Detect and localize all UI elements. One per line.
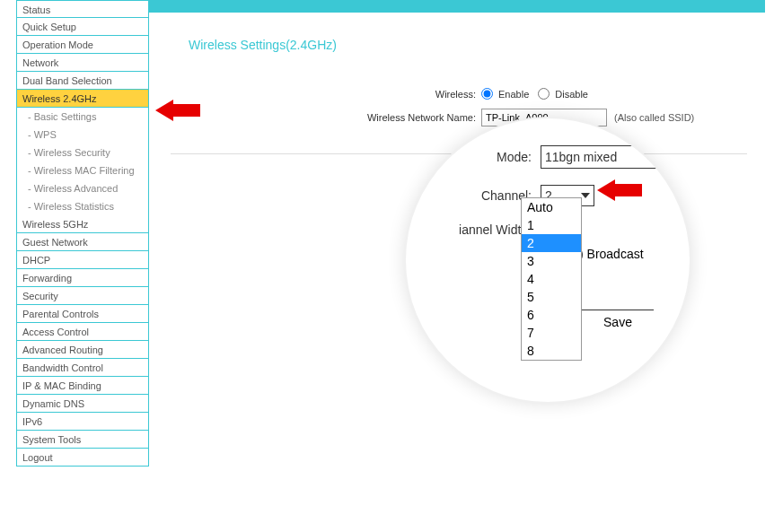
channel-dropdown-list: Auto 1 2 3 4 5 6 7 8 xyxy=(521,197,582,361)
arrow-body xyxy=(615,184,642,196)
sidebar-item-advanced-routing[interactable]: Advanced Routing xyxy=(16,341,149,359)
chevron-down-icon xyxy=(581,193,590,198)
sidebar-subitem-wireless-statistics[interactable]: - Wireless Statistics xyxy=(16,197,149,215)
sidebar-subitem-label: - Wireless Security xyxy=(28,147,110,158)
sidebar-subitem-wps[interactable]: - WPS xyxy=(16,126,149,144)
sidebar-item-label: Advanced Routing xyxy=(22,344,103,355)
sidebar-item-label: Dual Band Selection xyxy=(22,75,112,86)
sidebar-item-quick-setup[interactable]: Quick Setup xyxy=(16,18,149,36)
dropdown-option-7[interactable]: 7 xyxy=(522,324,581,342)
arrow-body xyxy=(173,104,200,117)
mode-value: 11bgn mixed xyxy=(545,150,617,164)
save-button-label: Save xyxy=(603,315,632,329)
channel-label: Channel: xyxy=(424,188,532,203)
wireless-radio-group: Enable Disable xyxy=(481,88,588,100)
sidebar-item-wireless-5ghz[interactable]: Wireless 5GHz xyxy=(16,215,149,233)
arrow-left-icon xyxy=(597,179,615,201)
channel-width-label: iannel Width: xyxy=(424,222,532,237)
sidebar-item-access-control[interactable]: Access Control xyxy=(16,323,149,341)
sidebar-item-label: Quick Setup xyxy=(22,22,76,32)
wireless-label: Wireless: xyxy=(162,89,476,100)
arrow-left-icon xyxy=(155,100,173,121)
annotation-arrow-channel xyxy=(597,179,642,201)
sidebar-item-label: Network xyxy=(22,57,58,68)
sidebar-subitem-label: - Wireless Advanced xyxy=(28,183,118,194)
sidebar-item-security[interactable]: Security xyxy=(16,287,149,305)
dropdown-option-4[interactable]: 4 xyxy=(522,270,581,288)
sidebar-item-parental-controls[interactable]: Parental Controls xyxy=(16,305,149,323)
sidebar-item-ipv6[interactable]: IPv6 xyxy=(16,413,149,431)
sidebar-item-ip-mac-binding[interactable]: IP & MAC Binding xyxy=(16,377,149,395)
dropdown-option-auto[interactable]: Auto xyxy=(522,198,581,216)
sidebar-item-bandwidth-control[interactable]: Bandwidth Control xyxy=(16,359,149,377)
sidebar-item-label: IP & MAC Binding xyxy=(22,380,101,391)
sidebar-item-label: Logout xyxy=(22,452,53,463)
content-area: Wireless Settings(2.4GHz) Wireless: Enab… xyxy=(162,13,765,154)
sidebar-item-label: System Tools xyxy=(22,434,81,445)
sidebar: Status Quick Setup Operation Mode Networ… xyxy=(16,0,149,467)
sidebar-item-dhcp[interactable]: DHCP xyxy=(16,251,149,269)
sidebar-item-label: Dynamic DNS xyxy=(22,398,84,409)
sidebar-item-system-tools[interactable]: System Tools xyxy=(16,431,149,449)
sidebar-subitem-label: - Wireless Statistics xyxy=(28,201,114,212)
sidebar-item-label: Bandwidth Control xyxy=(22,362,103,373)
sidebar-item-label: Operation Mode xyxy=(22,39,93,50)
sidebar-item-dual-band[interactable]: Dual Band Selection xyxy=(16,72,149,90)
sidebar-item-label: Access Control xyxy=(22,327,89,337)
sidebar-item-label: Parental Controls xyxy=(22,309,99,319)
sidebar-item-label: Guest Network xyxy=(22,237,88,248)
sidebar-item-logout[interactable]: Logout xyxy=(16,449,149,467)
sidebar-item-label: IPv6 xyxy=(22,416,42,427)
sidebar-subitem-mac-filtering[interactable]: - Wireless MAC Filtering xyxy=(16,161,149,179)
wireless-enable-radio[interactable] xyxy=(481,88,493,100)
form-area: Wireless: Enable Disable Wireless Networ… xyxy=(162,88,765,126)
sidebar-item-wireless-24ghz[interactable]: Wireless 2.4GHz xyxy=(16,90,149,108)
sidebar-item-dynamic-dns[interactable]: Dynamic DNS xyxy=(16,395,149,413)
sidebar-item-guest-network[interactable]: Guest Network xyxy=(16,233,149,251)
ssid-hint: (Also called SSID) xyxy=(614,112,694,123)
sidebar-subitem-wireless-advanced[interactable]: - Wireless Advanced xyxy=(16,179,149,197)
sidebar-item-status[interactable]: Status xyxy=(16,0,149,18)
sidebar-item-label: Wireless 5GHz xyxy=(22,219,88,230)
enable-label: Enable xyxy=(498,89,529,100)
sidebar-subitem-label: - Basic Settings xyxy=(28,111,96,122)
sidebar-subitem-basic-settings[interactable]: - Basic Settings xyxy=(16,108,149,126)
dropdown-option-1[interactable]: 1 xyxy=(522,216,581,234)
page-title: Wireless Settings(2.4GHz) xyxy=(189,38,765,52)
wireless-disable-radio[interactable] xyxy=(538,88,550,100)
annotation-arrow-sidebar xyxy=(155,100,200,121)
sidebar-subitem-wireless-security[interactable]: - Wireless Security xyxy=(16,144,149,161)
save-button[interactable]: Save xyxy=(582,310,654,333)
disable-label: Disable xyxy=(555,89,588,100)
sidebar-subitem-label: - Wireless MAC Filtering xyxy=(28,165,135,176)
chevron-down-icon xyxy=(644,154,653,160)
sidebar-item-label: DHCP xyxy=(22,255,50,266)
broadcast-label: ) Broadcast xyxy=(579,247,644,261)
sidebar-item-label: Status xyxy=(22,4,50,15)
sidebar-item-label: Forwarding xyxy=(22,273,72,283)
dropdown-option-6[interactable]: 6 xyxy=(522,306,581,324)
dropdown-option-5[interactable]: 5 xyxy=(522,288,581,306)
sidebar-subitem-label: - WPS xyxy=(28,129,57,140)
dropdown-option-3[interactable]: 3 xyxy=(522,252,581,270)
network-name-label: Wireless Network Name: xyxy=(162,112,476,123)
dropdown-option-8[interactable]: 8 xyxy=(522,342,581,360)
sidebar-item-network[interactable]: Network xyxy=(16,54,149,72)
sidebar-item-operation-mode[interactable]: Operation Mode xyxy=(16,36,149,54)
sidebar-item-forwarding[interactable]: Forwarding xyxy=(16,269,149,287)
sidebar-item-label: Wireless 2.4GHz xyxy=(22,93,97,104)
dropdown-option-2[interactable]: 2 xyxy=(522,234,581,252)
sidebar-item-label: Security xyxy=(22,291,58,301)
